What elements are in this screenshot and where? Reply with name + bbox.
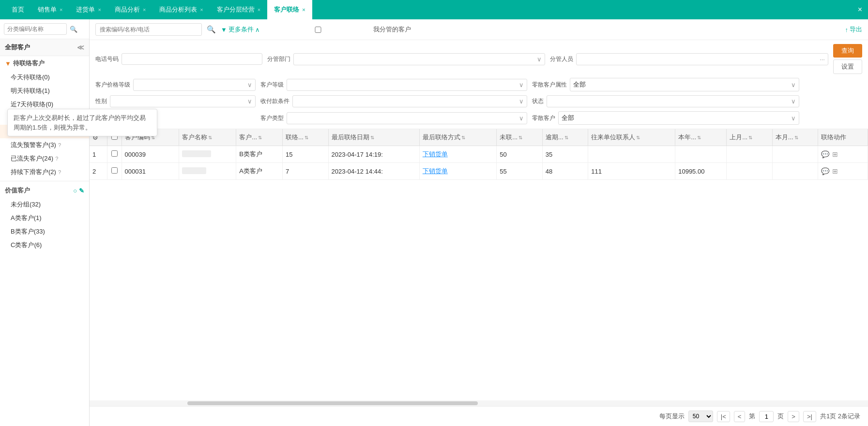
sidebar-item-churned[interactable]: 已流失客户(24) ? [0,152,89,165]
row1-chat-icon[interactable]: 💬 [821,150,829,158]
col-this-month[interactable]: 本月...⇅ [772,129,818,146]
nav-home[interactable]: 首页 [5,0,31,19]
nav-sales[interactable]: 销售单 × [31,0,69,19]
churned-hint-icon[interactable]: ? [55,156,58,162]
export-button[interactable]: ↑ 导出 [845,25,863,34]
row1-name-blur [182,150,211,157]
row1-method-link[interactable]: 下销货单 [423,150,448,158]
my-customers-checkbox[interactable] [265,27,371,33]
sort-icon-contact: ⇅ [305,135,308,140]
sort-icon-type: ⇅ [258,135,262,140]
row2-this-month [772,163,818,180]
churn-warning-hint-icon[interactable]: ? [58,142,61,148]
row2-uncontacted: 55 [497,163,542,180]
row2-checkbox[interactable] [111,167,118,174]
nav-product-analysis[interactable]: 商品分析 × [108,0,152,19]
row2-contact-person: 111 [588,163,675,180]
customer-type-chevron: ∨ [519,115,524,122]
nav-product-analysis-close[interactable]: × [143,7,146,13]
manager-select[interactable]: ··· [576,53,828,65]
value-customers-edit-icon[interactable]: ✎ [79,187,84,194]
customer-type-select[interactable]: ∨ [287,112,528,124]
nav-sales-close[interactable]: × [60,7,62,13]
col-overdue[interactable]: 逾期...⇅ [542,129,588,146]
filter-field-status: 状态 ∨ [532,95,799,107]
gender-chevron: ∨ [247,98,252,105]
declining-hint-icon[interactable]: ? [58,169,61,175]
page-last-button[interactable]: >| [803,411,816,422]
sidebar-item-c-class[interactable]: C类客户(6) [0,238,89,252]
nav-customer-segment[interactable]: 客户分层经营 × [210,0,267,19]
phone-input[interactable] [122,53,262,65]
nav-purchase-close[interactable]: × [98,7,101,13]
page-first-button[interactable]: |< [717,411,730,422]
row1-uncontacted: 50 [497,146,542,163]
sidebar-item-churn-warning[interactable]: 流失预警客户(3) ? [0,138,89,152]
row1-code: 000039 [122,146,179,163]
value-customers-circle-icon[interactable]: ○ [73,187,77,194]
row1-grid-icon[interactable]: ⊞ [832,150,838,158]
page-next-button[interactable]: > [788,411,799,422]
filter-field-payment: 收付款条件 ∨ [260,95,528,107]
sidebar-collapse-icon[interactable]: ≪ [77,44,84,51]
nav-purchase[interactable]: 进货单 × [69,0,107,19]
sidebar-search-input[interactable] [4,23,67,35]
sidebar-item-unclassified[interactable]: 未分组(32) [0,198,89,211]
export-icon: ↑ [845,26,849,33]
retail-customer-select[interactable]: 全部 ∨ [558,111,799,125]
price-level-select[interactable]: ∨ [133,79,256,91]
sidebar-item-b-class[interactable]: B类客户(33) [0,225,89,238]
col-last-contact-date[interactable]: 最后联络日期⇅ [328,129,419,146]
status-select[interactable]: ∨ [547,95,799,107]
page-number-input[interactable] [759,411,774,422]
col-customer-name[interactable]: 客户名称⇅ [179,129,236,146]
manager-dots[interactable]: ··· [820,56,825,63]
payment-select[interactable]: ∨ [292,95,528,107]
main-search-input[interactable] [95,23,202,36]
chevron-down-icon: ∧ [255,26,260,33]
row2-chat-icon[interactable]: 💬 [821,167,829,175]
sidebar-item-tomorrow[interactable]: 明天待联络(1) [0,84,89,98]
col-uncontacted[interactable]: 未联...⇅ [497,129,542,146]
col-last-month[interactable]: 上月...⇅ [727,129,772,146]
sidebar-all-customers[interactable]: 全部客户 ≪ [0,39,89,56]
row2-name-blur [182,167,206,174]
filter-field-gender: 性别 ∨ [95,95,256,107]
page-prev-button[interactable]: < [734,411,746,422]
more-conditions-button[interactable]: ▼ 更多条件 ∧ [221,25,260,34]
sidebar-search-icon[interactable]: 🔍 [70,26,77,33]
gender-select[interactable]: ∨ [110,95,256,107]
nav-product-analysis-list-close[interactable]: × [200,7,203,13]
query-button[interactable]: 查询 [833,44,862,58]
department-select[interactable]: ∨ [293,53,546,65]
window-close-button[interactable]: × [858,5,862,14]
col-contact-person[interactable]: 往来单位联系人⇅ [588,129,675,146]
per-page-select[interactable]: 50 100 [688,411,713,422]
retail-customer-chevron: ∨ [791,115,796,122]
row1-index: 1 [90,146,107,163]
customer-level-select[interactable]: ∨ [287,79,528,91]
nav-customer-segment-close[interactable]: × [258,7,260,13]
sidebar-item-declining[interactable]: 持续下滑客户(2) ? [0,165,89,179]
nav-customer-contact-close[interactable]: × [302,7,305,13]
settings-button[interactable]: 设置 [833,59,862,74]
filter-row-4: ··· 客户类型 ∨ 零散客户 全部 ∨ [95,111,862,125]
sort-icon-method: ⇅ [461,135,465,140]
row2-method-link[interactable]: 下销货单 [423,167,448,175]
sidebar-section-pending[interactable]: ▼ 待联络客户 [0,56,89,71]
main-search-icon[interactable]: 🔍 [207,25,216,34]
col-last-contact-method[interactable]: 最后联络方式⇅ [419,129,496,146]
nav-product-analysis-list[interactable]: 商品分析列表 × [152,0,210,19]
my-customers-checkbox-label[interactable]: 我分管的客户 [265,25,411,34]
sidebar-item-a-class[interactable]: A类客户(1) [0,211,89,225]
col-this-year[interactable]: 本年...⇅ [675,129,727,146]
col-contact[interactable]: 联络...⇅ [283,129,328,146]
row2-grid-icon[interactable]: ⊞ [832,167,838,175]
horizontal-scrollbar[interactable] [90,400,868,406]
row1-checkbox[interactable] [111,150,118,157]
scrollbar-thumb[interactable] [187,401,478,405]
nav-customer-contact[interactable]: 客户联络 × [267,0,312,19]
col-customer-type[interactable]: 客户...⇅ [236,129,283,146]
sidebar-item-today[interactable]: 今天待联络(0) [0,71,89,84]
retail-attr-select[interactable]: 全部 ∨ [570,78,799,91]
